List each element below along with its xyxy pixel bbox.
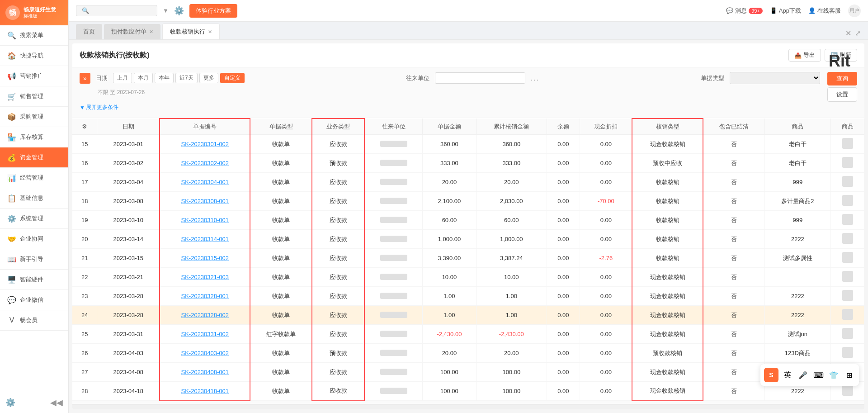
cell-bill-no[interactable]: SK-20230302-002 (160, 154, 250, 173)
partner-filter-input[interactable] (435, 72, 525, 84)
negative-value: -70.00 (598, 198, 614, 204)
sidebar-item-企业协同[interactable]: 🤝企业协同 (0, 229, 68, 249)
date-btn-last-month[interactable]: 上月 (113, 73, 132, 83)
date-btn-custom[interactable]: 自定义 (220, 73, 245, 83)
sidebar-item-库存核算[interactable]: 🏪库存核算 (0, 127, 68, 147)
cell-goods (764, 268, 830, 287)
sidebar-item-采购管理[interactable]: 📦采购管理 (0, 107, 68, 127)
col-header-bill-type: 单据类型 (250, 119, 312, 135)
table-row: 202023-03-14SK-20230314-001收款单应收款 1,000.… (72, 230, 864, 249)
message-area[interactable]: 💬 消息 99+ (726, 7, 763, 15)
cell-bill-no[interactable]: SK-20230328-001 (160, 287, 250, 306)
cell-bill-no[interactable]: SK-20230308-001 (160, 192, 250, 211)
date-btn-this-year[interactable]: 本年 (155, 73, 174, 83)
cell-bill-no[interactable]: SK-20230408-001 (160, 363, 250, 382)
tab-收款核销执行[interactable]: 收款核销执行✕ (162, 24, 220, 39)
cell-bill-no[interactable]: SK-20230331-002 (160, 325, 250, 344)
topbar-search-box[interactable]: 🔍 (76, 5, 157, 16)
sidebar-item-智能硬件[interactable]: 🖥️智能硬件 (0, 270, 68, 290)
float-icon-mic[interactable]: 🎤 (797, 369, 809, 381)
message-badge: 99+ (749, 8, 763, 14)
bill-no-link[interactable]: SK-20230301-002 (181, 141, 229, 147)
sidebar-item-销售管理[interactable]: 🛒销售管理 (0, 86, 68, 107)
export-button[interactable]: 📤 导出 (788, 49, 821, 62)
cell-idx: 20 (72, 230, 97, 249)
bill-type-select[interactable] (730, 72, 820, 84)
sidebar-item-快捷导航[interactable]: 🏠快捷导航 (0, 46, 68, 66)
cell-balance: 0.00 (547, 249, 580, 268)
float-icon-text[interactable]: 英 (781, 369, 794, 381)
tab-预付款应付单[interactable]: 预付款应付单✕ (104, 24, 160, 39)
bill-no-link[interactable]: SK-20230314-001 (181, 236, 229, 242)
bill-no-link[interactable]: SK-20230418-001 (181, 388, 229, 394)
cell-amount: 360.00 (422, 135, 476, 154)
cell-balance: 0.00 (547, 363, 580, 382)
date-btn-7days[interactable]: 近7天 (175, 73, 198, 83)
dropdown-icon[interactable]: ▼ (163, 7, 169, 14)
sidebar-item-经营管理[interactable]: 📊经营管理 (0, 168, 68, 188)
cell-bill-no[interactable]: SK-20230321-003 (160, 268, 250, 287)
tab-close-1[interactable]: ✕ (149, 29, 153, 35)
cell-balance: 0.00 (547, 211, 580, 230)
cell-bill-no[interactable]: SK-20230328-002 (160, 306, 250, 325)
cell-bill-type: 收款单 (250, 154, 312, 173)
filter-actions: 查询 设置 (827, 72, 857, 102)
sidebar-item-基础信息[interactable]: 📋基础信息 (0, 188, 68, 209)
tab-close-all[interactable]: ✕ (845, 29, 851, 38)
horizontal-scrollbar[interactable] (72, 404, 864, 409)
cell-bill-no[interactable]: SK-20230310-001 (160, 211, 250, 230)
bill-no-link[interactable]: SK-20230310-001 (181, 217, 229, 223)
filter-expand-btn[interactable]: » (80, 73, 90, 84)
cell-idx: 18 (72, 192, 97, 211)
query-button[interactable]: 查询 (827, 72, 857, 85)
float-icon-shirt[interactable]: 👕 (827, 369, 840, 381)
cell-bill-no[interactable]: SK-20230314-001 (160, 230, 250, 249)
cell-bill-no[interactable]: SK-20230304-001 (160, 173, 250, 192)
app-download[interactable]: 📱 App下载 (770, 7, 801, 15)
sidebar-item-搜索菜单[interactable]: 🔍搜索菜单 (0, 25, 68, 46)
float-icon-keyboard[interactable]: ⌨ (812, 369, 825, 381)
cell-writeoff-type: 收款核销 (632, 173, 703, 192)
sidebar-item-畅会员[interactable]: V畅会员 (0, 310, 68, 331)
cell-writeoff-type: 现金收款核销 (632, 306, 703, 325)
tab-expand[interactable]: ⤢ (855, 29, 861, 38)
cell-writeoff-type: 现金收款核销 (632, 287, 703, 306)
cell-bill-no[interactable]: SK-20230403-002 (160, 344, 250, 363)
bill-no-link[interactable]: SK-20230328-002 (181, 312, 229, 318)
bill-no-link[interactable]: SK-20230321-003 (181, 274, 229, 280)
goods-thumbnail (842, 157, 853, 168)
cell-bill-no[interactable]: SK-20230418-001 (160, 382, 250, 401)
sidebar-item-企业微信[interactable]: 💬企业微信 (0, 290, 68, 310)
online-service[interactable]: 👤 在线客服 (808, 7, 841, 15)
sidebar-collapse-icon[interactable]: ◀◀ (50, 398, 63, 408)
sidebar-item-系统管理[interactable]: ⚙️系统管理 (0, 209, 68, 229)
date-btn-this-month[interactable]: 本月 (134, 73, 153, 83)
bill-no-link[interactable]: SK-20230408-001 (181, 369, 229, 375)
sidebar-settings-icon[interactable]: ⚙️ (5, 398, 15, 408)
tab-close-2[interactable]: ✕ (208, 29, 212, 35)
date-btn-more[interactable]: 更多 (199, 73, 218, 83)
cell-goods-img (831, 287, 864, 306)
expand-conditions-btn[interactable]: ▼ 展开更多条件 (80, 104, 857, 111)
bill-no-link[interactable]: SK-20230331-002 (181, 331, 229, 337)
solution-button[interactable]: 体验行业方案 (189, 4, 237, 18)
user-avatar[interactable]: 用户 (848, 5, 861, 17)
sidebar-item-新手引导[interactable]: 📖新手引导 (0, 249, 68, 270)
bill-no-link[interactable]: SK-20230315-002 (181, 255, 229, 261)
sidebar-item-营销推广[interactable]: 📢营销推广 (0, 66, 68, 86)
topbar-settings-icon[interactable]: ⚙️ (174, 6, 184, 16)
blurred-value (380, 274, 407, 280)
bill-no-link[interactable]: SK-20230328-001 (181, 293, 229, 299)
cell-bill-no[interactable]: SK-20230315-002 (160, 249, 250, 268)
float-icon-grid[interactable]: ⊞ (843, 369, 855, 381)
sidebar-item-资金管理[interactable]: 💰资金管理 (0, 147, 68, 168)
goods-thumbnail (842, 290, 853, 301)
cell-idx: 22 (72, 268, 97, 287)
settings-button[interactable]: 设置 (827, 87, 857, 102)
bill-no-link[interactable]: SK-20230308-001 (181, 198, 229, 204)
tab-首页[interactable]: 首页 (76, 24, 102, 39)
bill-no-link[interactable]: SK-20230304-001 (181, 179, 229, 185)
bill-no-link[interactable]: SK-20230302-002 (181, 160, 229, 166)
cell-bill-no[interactable]: SK-20230301-002 (160, 135, 250, 154)
bill-no-link[interactable]: SK-20230403-002 (181, 350, 229, 356)
